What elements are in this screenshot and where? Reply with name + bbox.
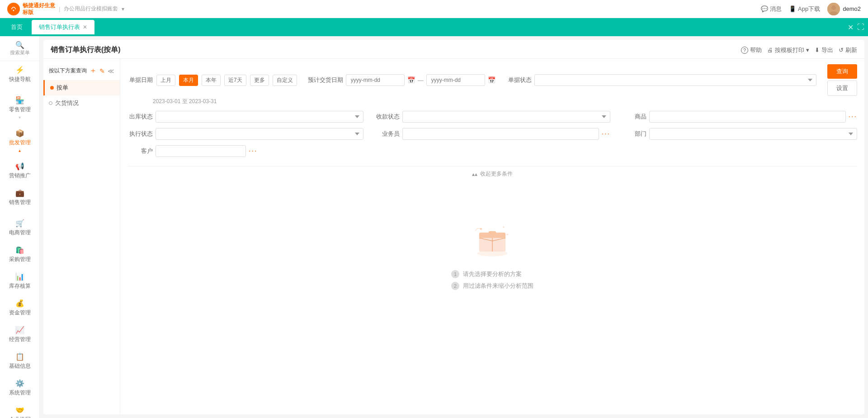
message-button[interactable]: 💬 消息 <box>761 5 782 13</box>
goods-more-icon[interactable]: ··· <box>849 113 857 121</box>
tab-home[interactable]: 首页 <box>4 20 30 34</box>
doc-status-label: 单据状态 <box>506 76 532 84</box>
left-panel-title: 按以下方案查询 <box>49 67 87 75</box>
collapse-panel-icon[interactable]: ≪ <box>108 67 114 75</box>
sidebar-item-retail[interactable]: 🏪 零售管理 ▾ <box>0 91 39 124</box>
breadcrumb-arrow[interactable]: ▾ <box>122 6 124 12</box>
app-download-button[interactable]: 📱 App下载 <box>789 5 820 13</box>
doc-status-select[interactable] <box>534 74 816 86</box>
date-btn-more[interactable]: 更多 <box>250 75 269 86</box>
filter-goods: 商品 ··· <box>621 111 857 123</box>
filter-row-1: 单据日期 上月 本月 本年 近7天 更多 自定义 <box>127 64 857 96</box>
sidebar-item-sales[interactable]: 💼 销售管理 <box>0 184 39 211</box>
date-options: 上月 本月 本年 近7天 更多 自定义 <box>156 75 297 86</box>
sidebar-item-basic-info[interactable]: 📋 基础信息 <box>0 348 39 375</box>
date-btn-last-month[interactable]: 上月 <box>156 75 175 86</box>
empty-tips: 1 请先选择要分析的方案 2 用过滤条件来缩小分析范围 <box>451 270 533 290</box>
date-btn-custom[interactable]: 自定义 <box>273 75 297 86</box>
sidebar-item-purchase[interactable]: 🛍️ 采购管理 <box>0 241 39 268</box>
scheme-label-by-credit: 欠货情况 <box>55 99 79 107</box>
scheme-item-by-credit[interactable]: 欠货情况 <box>43 95 120 111</box>
action-buttons: 查询 设置 <box>827 64 857 96</box>
tab-list: 首页 销售订单执行表 ✕ <box>4 20 94 34</box>
tab-maximize-icon[interactable]: ⛶ <box>857 23 864 31</box>
right-panel: 单据日期 上月 本月 本年 近7天 更多 自定义 <box>120 59 864 414</box>
estimated-delivery-to[interactable] <box>426 74 485 86</box>
date-btn-this-month[interactable]: 本月 <box>179 75 198 86</box>
body-layout: 按以下方案查询 ＋ ✎ ≪ 按单 欠货情况 <box>43 59 864 414</box>
svg-rect-8 <box>489 231 496 234</box>
collection-status-select[interactable] <box>402 111 610 123</box>
user-area[interactable]: demo2 <box>827 3 861 15</box>
sidebar-item-finance[interactable]: 💰 资金管理 <box>0 294 39 321</box>
tab-sales-order-label: 销售订单执行表 <box>39 23 80 31</box>
svg-point-11 <box>503 226 504 228</box>
sidebar-item-system[interactable]: ⚙️ 系统管理 <box>0 375 39 401</box>
customer-more-icon[interactable]: ··· <box>249 147 257 155</box>
sidebar-item-wholesale[interactable]: 📦 批发管理 ▴ <box>0 124 39 157</box>
add-scheme-icon[interactable]: ＋ <box>90 66 97 76</box>
salesperson-label: 业务员 <box>374 130 400 138</box>
empty-illustration <box>470 218 515 263</box>
user-name: demo2 <box>843 5 861 12</box>
avatar <box>827 3 840 15</box>
help-icon: ? <box>741 47 748 54</box>
estimated-delivery-from[interactable] <box>346 74 405 86</box>
reset-button[interactable]: 设置 <box>827 81 857 96</box>
logo-icon <box>7 3 20 15</box>
department-select[interactable] <box>649 128 857 140</box>
estimated-delivery-label: 预计交货日期 <box>308 76 343 84</box>
tab-close-icon[interactable]: ✕ <box>83 24 87 30</box>
print-button[interactable]: 🖨 按模板打印 ▾ <box>767 46 809 54</box>
goods-input[interactable] <box>649 111 846 123</box>
svg-point-0 <box>9 5 18 13</box>
date-range-text: 2023-03-01 至 2023-03-31 <box>153 98 217 104</box>
search-button[interactable]: 查询 <box>827 64 857 79</box>
salesperson-more-icon[interactable]: ··· <box>602 130 610 138</box>
filter-customer: 客户 ··· <box>127 145 257 157</box>
tip-num-1: 1 <box>451 270 459 278</box>
date-btn-last-7-days[interactable]: 近7天 <box>224 75 246 86</box>
header-left: 畅捷通好生意 标版 | 办公用品行业模拟账套 ▾ <box>7 2 124 15</box>
salesperson-input[interactable] <box>402 128 599 140</box>
sidebar: 🔍 搜索菜单 ⚡ 快捷导航 🏪 零售管理 ▾ 📦 批发管理 ▴ 📢 营销推广 💼… <box>0 36 40 418</box>
svg-point-3 <box>831 5 836 10</box>
refresh-icon: ↺ <box>839 47 844 53</box>
date-btn-this-year[interactable]: 本年 <box>202 75 221 86</box>
tab-sales-order[interactable]: 销售订单执行表 ✕ <box>32 20 94 34</box>
content-area: 销售订单执行表(按单) ? 帮助 🖨 按模板打印 ▾ ⬇ 导出 <box>40 36 868 418</box>
scheme-icon-credit <box>49 101 52 105</box>
scheme-active-dot <box>50 86 54 90</box>
sidebar-item-inventory[interactable]: 📊 库存核算 <box>0 268 39 294</box>
sidebar-item-quick-nav[interactable]: ⚡ 快捷导航 <box>0 61 39 88</box>
filter-row-2: 出库状态 收款状态 商品 ··· <box>127 111 857 123</box>
help-button[interactable]: ? 帮助 <box>741 46 762 54</box>
tab-close-window-icon[interactable]: ✕ <box>848 23 854 32</box>
collection-status-label: 收款状态 <box>374 113 400 121</box>
export-button[interactable]: ⬇ 导出 <box>815 46 833 54</box>
warehouse-status-label: 出库状态 <box>127 113 153 121</box>
empty-tip-2: 2 用过滤条件来缩小分析范围 <box>451 282 533 290</box>
sidebar-item-operations[interactable]: 📈 经营管理 <box>0 321 39 348</box>
edit-scheme-icon[interactable]: ✎ <box>99 67 105 75</box>
goods-label: 商品 <box>621 113 646 121</box>
sidebar-item-search[interactable]: 🔍 搜索菜单 <box>0 36 39 61</box>
filter-row-3: 执行状态 业务员 ··· 部门 <box>127 128 857 140</box>
execution-status-select[interactable] <box>156 128 363 140</box>
calendar-from-icon[interactable]: 📅 <box>407 76 415 84</box>
svg-point-12 <box>506 233 508 235</box>
collapse-filter-button[interactable]: ▴▴ 收起更多条件 <box>127 166 857 181</box>
sidebar-item-marketing[interactable]: 📢 营销推广 <box>0 157 39 184</box>
scheme-item-by-order[interactable]: 按单 <box>43 80 120 95</box>
sidebar-item-enterprise[interactable]: 🤝 企业协同 <box>0 401 39 418</box>
calendar-to-icon[interactable]: 📅 <box>488 76 495 84</box>
customer-input[interactable] <box>156 145 246 157</box>
page-content: 销售订单执行表(按单) ? 帮助 🖨 按模板打印 ▾ ⬇ 导出 <box>43 40 864 414</box>
sidebar-item-ecommerce[interactable]: 🛒 电商管理 <box>0 214 39 241</box>
warehouse-status-select[interactable] <box>156 111 363 123</box>
refresh-button[interactable]: ↺ 刷新 <box>839 46 857 54</box>
tip-text-2: 用过滤条件来缩小分析范围 <box>463 282 533 290</box>
left-panel-header: 按以下方案查询 ＋ ✎ ≪ <box>43 64 120 77</box>
svg-point-1 <box>13 10 14 11</box>
execution-status-label: 执行状态 <box>127 130 153 138</box>
